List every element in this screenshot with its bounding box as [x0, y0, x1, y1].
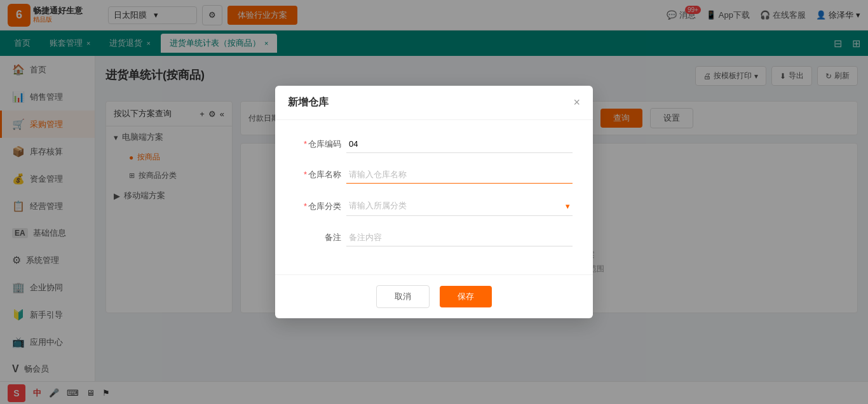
category-label: 仓库分类 — [295, 201, 346, 212]
form-row-name: 仓库名称 — [295, 166, 573, 184]
category-select[interactable]: 请输入所属分类 ▾ — [346, 196, 573, 215]
code-label: 仓库编码 — [295, 138, 346, 150]
remark-label: 备注 — [295, 232, 346, 243]
form-row-category: 仓库分类 请输入所属分类 ▾ — [295, 196, 573, 216]
category-select-wrap[interactable]: 请输入所属分类 ▾ — [346, 196, 573, 216]
modal-overlay: 新增仓库 × 仓库编码 仓库名称 仓库分类 请输入所属分类 ▾ — [0, 0, 868, 404]
code-input[interactable] — [346, 135, 573, 153]
modal-body: 仓库编码 仓库名称 仓库分类 请输入所属分类 ▾ 备注 — [275, 120, 593, 274]
category-chevron-icon: ▾ — [566, 201, 570, 211]
form-row-code: 仓库编码 — [295, 135, 573, 153]
modal-header: 新增仓库 × — [275, 86, 593, 120]
name-input[interactable] — [346, 166, 573, 184]
add-warehouse-modal: 新增仓库 × 仓库编码 仓库名称 仓库分类 请输入所属分类 ▾ — [275, 86, 593, 318]
modal-close-button[interactable]: × — [573, 96, 580, 109]
form-row-remark: 备注 — [295, 229, 573, 246]
category-placeholder: 请输入所属分类 — [349, 200, 407, 212]
cancel-button[interactable]: 取消 — [376, 285, 430, 308]
save-button[interactable]: 保存 — [440, 286, 492, 307]
name-label: 仓库名称 — [295, 169, 346, 180]
modal-title: 新增仓库 — [288, 96, 329, 109]
remark-input[interactable] — [346, 229, 573, 246]
modal-footer: 取消 保存 — [275, 274, 593, 318]
